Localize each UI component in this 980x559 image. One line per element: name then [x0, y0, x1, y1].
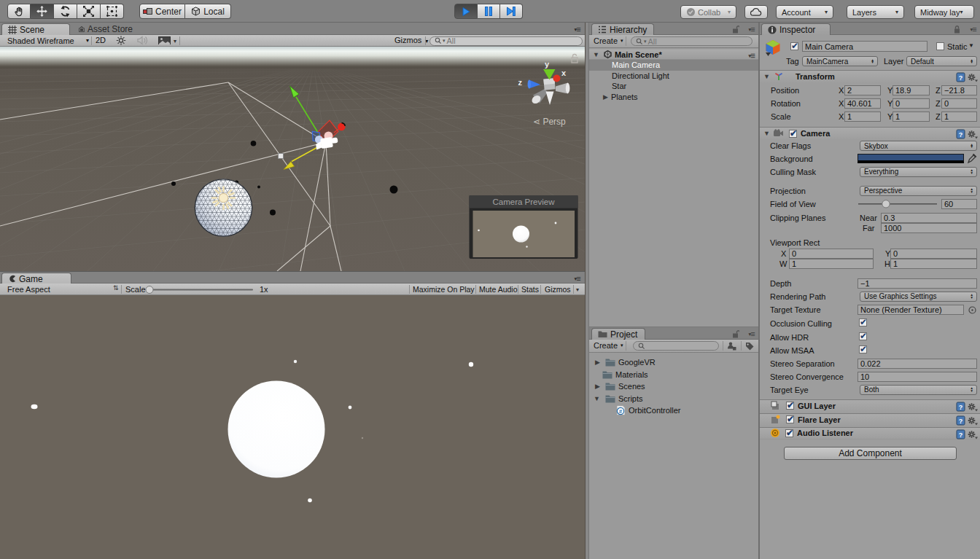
svg-text:?: ? — [959, 74, 963, 82]
svg-text:x: x — [561, 69, 567, 77]
svg-text:⋖ Persp: ⋖ Persp — [533, 117, 566, 127]
svg-text:?: ? — [959, 131, 963, 138]
svg-text:?: ? — [959, 403, 963, 410]
svg-text:y: y — [545, 60, 550, 69]
svg-text:Camera Preview: Camera Preview — [493, 198, 556, 206]
svg-text:?: ? — [959, 431, 963, 438]
svg-text:?: ? — [959, 417, 963, 424]
svg-text:#: # — [619, 408, 623, 415]
svg-text:z: z — [518, 78, 523, 87]
